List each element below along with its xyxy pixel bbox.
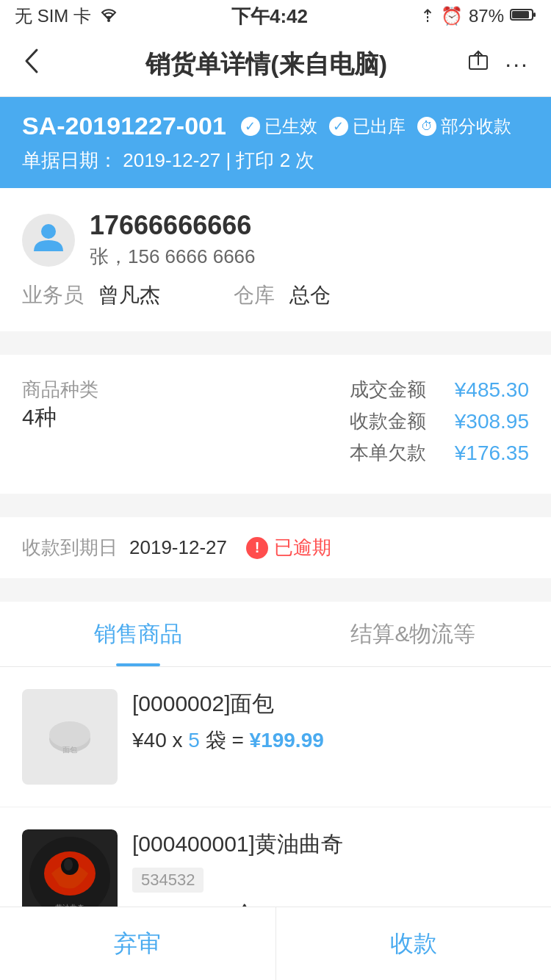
svg-text:面包: 面包	[62, 746, 77, 754]
separator-2	[0, 505, 551, 517]
svg-point-13	[64, 859, 73, 871]
due-section: 收款到期日 2019-12-27 ! 已逾期	[0, 517, 551, 578]
collected-value: ¥308.95	[441, 410, 529, 433]
status-badge-active: ✓ 已生效	[241, 115, 317, 138]
amount-value: ¥485.30	[441, 378, 529, 402]
product-name-1: [0000002]面包	[132, 689, 529, 719]
due-label: 收款到期日	[22, 535, 118, 561]
battery-level: 87%	[469, 6, 504, 26]
overdue-text: 已逾期	[274, 535, 331, 561]
more-icon[interactable]: ···	[505, 51, 529, 78]
back-button[interactable]	[22, 46, 66, 82]
separator-1	[0, 343, 551, 355]
svg-point-6	[41, 224, 56, 239]
cancel-button[interactable]: 弃审	[0, 907, 276, 980]
sim-status: 无 SIM 卡	[15, 4, 91, 28]
customer-detail-row: 业务员 曾凡杰 仓库 总仓	[22, 281, 529, 309]
overdue-icon: !	[246, 537, 268, 559]
order-id: SA-20191227-001	[22, 112, 226, 140]
tabs-section: 销售商品 结算&物流等	[0, 602, 551, 667]
product-name-2: [000400001]黄油曲奇	[132, 829, 529, 860]
due-date-value: 2019-12-27	[129, 536, 227, 559]
nav-bar: 销货单详情(来自电脑) ···	[0, 32, 551, 97]
svg-rect-3	[533, 12, 536, 17]
status-badge-shipped: ✓ 已出库	[329, 115, 406, 138]
customer-avatar	[22, 214, 75, 267]
person-icon	[30, 218, 67, 262]
separator-3	[0, 590, 551, 602]
warehouse-label: 仓库	[234, 281, 275, 309]
confirm-button[interactable]: 收款	[276, 907, 552, 980]
sales-value: 曾凡杰	[98, 281, 160, 309]
battery-icon	[510, 6, 536, 26]
svg-point-8	[49, 721, 90, 748]
owe-label: 本单欠款	[350, 440, 426, 466]
sales-label: 业务员	[22, 281, 84, 309]
status-bar: 无 SIM 卡 下午4:42 ⇡ ⏰ 87%	[0, 0, 551, 32]
product-types-value: 4种	[22, 403, 98, 433]
product-sku-2: 534532	[132, 868, 204, 893]
product-formula-1: ¥40 x 5 袋 = ¥199.99	[132, 727, 529, 754]
owe-value: ¥176.35	[441, 442, 529, 465]
check-icon-shipped: ✓	[329, 117, 348, 136]
status-badges: ✓ 已生效 ✓ 已出库 ⏱ 部分收款	[241, 115, 511, 138]
tab-products[interactable]: 销售商品	[0, 602, 276, 666]
amounts-block: 成交金额 ¥485.30 收款金额 ¥308.95 本单欠款 ¥176.35	[350, 377, 529, 472]
product-types-label: 商品种类	[22, 377, 98, 403]
clock-icon: ⏱	[417, 117, 436, 136]
customer-name-block: 17666666666 张，156 6666 6666	[90, 210, 256, 270]
product-info-1: [0000002]面包 ¥40 x 5 袋 = ¥199.99	[132, 689, 529, 785]
product-thumb-1: 面包	[22, 689, 118, 785]
overdue-badge: ! 已逾期	[246, 535, 331, 561]
collected-row: 收款金额 ¥308.95	[350, 408, 529, 434]
page-title: 销货单详情(来自电脑)	[66, 48, 467, 82]
bread-placeholder-icon: 面包	[44, 711, 96, 763]
owe-row: 本单欠款 ¥176.35	[350, 440, 529, 466]
status-right: ⇡ ⏰ 87%	[420, 6, 536, 26]
status-left: 无 SIM 卡	[15, 4, 119, 28]
svg-point-0	[107, 19, 110, 22]
customer-section: 17666666666 张，156 6666 6666 业务员 曾凡杰 仓库 总…	[0, 188, 551, 331]
status-time: 下午4:42	[231, 4, 308, 29]
product-types-block: 商品种类 4种	[22, 377, 98, 433]
order-date: 单据日期： 2019-12-27 | 打印 2 次	[22, 148, 529, 173]
customer-contact: 张，156 6666 6666	[90, 244, 256, 270]
status-badge-partial: ⏱ 部分收款	[417, 115, 511, 138]
alarm-icon: ⏰	[441, 6, 463, 26]
tab-underline	[116, 663, 160, 666]
bottom-bar: 弃审 收款	[0, 907, 551, 980]
share-icon[interactable]	[467, 50, 490, 79]
tab-settlement[interactable]: 结算&物流等	[276, 602, 551, 666]
amount-label: 成交金额	[350, 377, 426, 403]
wifi-icon	[98, 6, 119, 26]
amount-row: 成交金额 ¥485.30	[350, 377, 529, 403]
nav-actions: ···	[467, 50, 529, 79]
order-banner: SA-20191227-001 ✓ 已生效 ✓ 已出库 ⏱ 部分收款 单据日期：…	[0, 97, 551, 188]
product-item-1: 面包 [0000002]面包 ¥40 x 5 袋 = ¥199.99	[0, 667, 551, 807]
location-icon: ⇡	[420, 6, 435, 26]
customer-id: 17666666666	[90, 210, 256, 241]
check-icon-active: ✓	[241, 117, 260, 136]
warehouse-value: 总仓	[289, 281, 331, 309]
svg-rect-2	[512, 11, 529, 18]
collected-label: 收款金额	[350, 408, 426, 434]
summary-section: 商品种类 4种 成交金额 ¥485.30 收款金额 ¥308.95 本单欠款 ¥…	[0, 355, 551, 494]
